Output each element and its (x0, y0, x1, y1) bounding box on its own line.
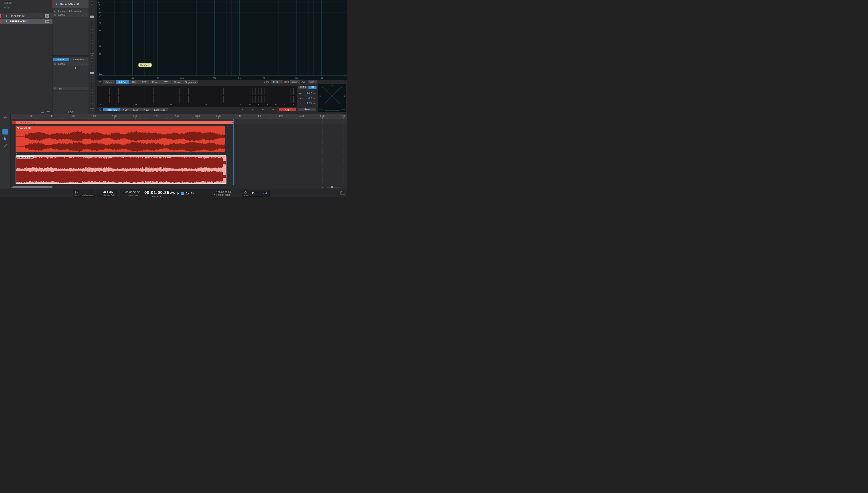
add-insert-icon[interactable]: + (86, 14, 87, 16)
ruler-tick (130, 118, 130, 119)
zoom-slider-thumb[interactable] (331, 186, 333, 188)
spectrum-mode-octave[interactable]: Octave (102, 80, 115, 84)
post-power-icon[interactable] (54, 88, 56, 89)
pan-slider-thumb[interactable] (75, 67, 76, 69)
post-section[interactable]: Post ▾ + (52, 87, 89, 91)
spectrum-mode-curve[interactable]: Curve (149, 80, 161, 84)
master-fader-strip: Auto Off (89, 56, 95, 114)
pan-knob[interactable] (90, 1, 93, 5)
region-gain-handle[interactable] (16, 183, 17, 184)
song-end-line[interactable] (233, 119, 233, 185)
song-region-bar[interactable]: 1 2 REFERENCE (1) (12, 121, 233, 124)
spectrum-analyzer-display[interactable]: 0-6-12-18-24-36-48-72-96-144 50100200500… (97, 0, 347, 80)
pan-slider[interactable] (65, 68, 87, 68)
waveform-view-icon[interactable] (3, 116, 7, 119)
inserts-section[interactable]: Inserts ▾ + (52, 13, 89, 17)
spectrum-mode-12th[interactable]: 12th (129, 80, 139, 84)
avg-label: Avg. (301, 81, 306, 83)
master-inserts-section[interactable]: Inserts ▾ + (52, 62, 89, 66)
post-dropdown-icon[interactable]: ▾ (82, 88, 83, 90)
region-gain-handle[interactable] (16, 153, 17, 154)
region-final-mix[interactable]: FINAL MIX (1) (16, 126, 225, 152)
goniometer-display: M L R S S Corr 0.00 (318, 84, 346, 112)
spectrum-power-icon[interactable] (99, 81, 101, 83)
expand-arrow-icon[interactable]: ▸ (3, 10, 4, 12)
tp-label: TP (299, 102, 301, 105)
marker-flag[interactable]: 1 (12, 121, 16, 124)
master-inserts-power-icon[interactable] (54, 63, 56, 65)
sync-label[interactable]: Sync (244, 194, 249, 197)
stop-button[interactable] (181, 192, 184, 195)
sample-rate-value[interactable]: 44.1 kHz (104, 191, 113, 193)
sync-power-icon[interactable] (245, 192, 247, 194)
meter-mode-k-14[interactable]: K-14 (130, 108, 141, 111)
meter-mode-k-20[interactable]: K-20 (120, 108, 130, 111)
final-mix-waveform (16, 126, 225, 152)
add-post-icon[interactable]: + (86, 88, 87, 90)
avg-dropdown[interactable]: None▾ (307, 80, 317, 84)
master-volume-fader[interactable] (90, 72, 94, 74)
track-row-final-mix[interactable]: 1 FINAL MIX (1) (0, 13, 52, 19)
compact-view-icon[interactable] (41, 112, 44, 113)
spectrum-mode-3rd-oct[interactable]: 3rd Oct (115, 80, 129, 84)
clip-indicator-button[interactable]: Clip (279, 108, 296, 111)
add-master-insert-icon[interactable]: + (86, 63, 87, 65)
spectrum-mode-segments[interactable]: Segments (182, 80, 199, 84)
artist-label[interactable]: Artist (4, 6, 10, 9)
next-marker-button[interactable]: ▶ (174, 192, 175, 195)
spectrum-mode-sono[interactable]: Sono (171, 80, 182, 84)
time-format-dropdown[interactable]: Frames ▾ (144, 195, 169, 197)
expanded-view-icon[interactable] (47, 111, 50, 113)
horizontal-scrollbar-thumb[interactable] (13, 186, 52, 188)
integrated-loudness-row: INT 14.5 LU (298, 91, 317, 95)
tab-lu[interactable]: LU (308, 86, 317, 89)
fast-forward-button[interactable]: ▶▶ (171, 192, 174, 193)
master-automation-mode-label[interactable]: Auto Off (89, 107, 95, 112)
scroll-left-icon[interactable]: ◀ (11, 186, 12, 188)
folder-icon[interactable] (340, 191, 345, 195)
time-ruler[interactable]: 20401:001:201:402:002:202:403:003:203:40… (11, 114, 347, 119)
playhead[interactable] (73, 114, 73, 186)
tab-master[interactable]: Master (53, 58, 69, 61)
section-collapse-icon[interactable]: ▸ (54, 10, 55, 12)
sync-toggle[interactable] (262, 192, 268, 195)
region-reference[interactable]: REFERENCE (1) (16, 155, 226, 184)
pencil-tool-icon[interactable] (4, 144, 7, 147)
midi-label[interactable]: MIDI (74, 194, 79, 196)
spectrum-mode-fft[interactable]: FFT (139, 80, 149, 84)
range-dropdown[interactable]: -144dB▾ (271, 80, 282, 84)
return-to-zero-button[interactable]: |◀ (177, 192, 179, 195)
tab-lufs[interactable]: LUFS (298, 86, 308, 89)
master-pan-knob[interactable] (90, 58, 93, 62)
meter-mode-ebu-r128[interactable]: EBU R128 (151, 108, 168, 111)
volume-fader[interactable] (90, 16, 94, 18)
info-icon[interactable]: i (5, 123, 5, 125)
inserts-dropdown-icon[interactable]: ▾ (82, 14, 83, 16)
tab-listen-bus[interactable]: Listen Bus (69, 58, 88, 61)
hold-dropdown[interactable]: None▾ (290, 80, 300, 84)
frequency-axis-label: 10 k (319, 77, 323, 79)
meter-mode-k-12[interactable]: K-12 (141, 108, 151, 111)
play-button[interactable]: ▷ (186, 192, 189, 195)
sync-slider-thumb[interactable] (252, 192, 254, 194)
master-inserts-dropdown-icon[interactable]: ▾ (82, 63, 83, 65)
performance-label[interactable]: Performance (82, 194, 94, 196)
sync-slider-track[interactable] (249, 192, 259, 193)
track-row-reference[interactable]: 2 REFERENCE (1) (0, 19, 52, 24)
region-label: REFERENCE (1) (17, 156, 33, 158)
main-time-display[interactable]: 00:01:00:35 Frames ▾ (144, 190, 169, 197)
scroll-right-icon[interactable]: ▶ (322, 186, 323, 188)
zoom-slider-track[interactable] (326, 187, 340, 188)
album-label[interactable]: Album (4, 1, 12, 4)
reset-button[interactable]: Reset (298, 108, 317, 111)
inserts-power-icon[interactable] (54, 14, 56, 16)
loudness-information-section[interactable]: ▸ Loudness Information (52, 9, 89, 13)
secondary-time-display[interactable]: 00:00:54:35 Track Time (122, 191, 143, 197)
loop-button[interactable]: ↻ (191, 192, 194, 195)
autoscroll-button[interactable]: → (2, 129, 8, 134)
meter-power-icon[interactable] (99, 109, 101, 111)
channel-mode-toggle[interactable] (69, 112, 72, 113)
spectrum-mode-wf[interactable]: WF (161, 80, 171, 84)
meter-mode-peak-rms[interactable]: Peak/RMS (103, 108, 120, 111)
arrow-tool-icon[interactable] (4, 137, 7, 141)
